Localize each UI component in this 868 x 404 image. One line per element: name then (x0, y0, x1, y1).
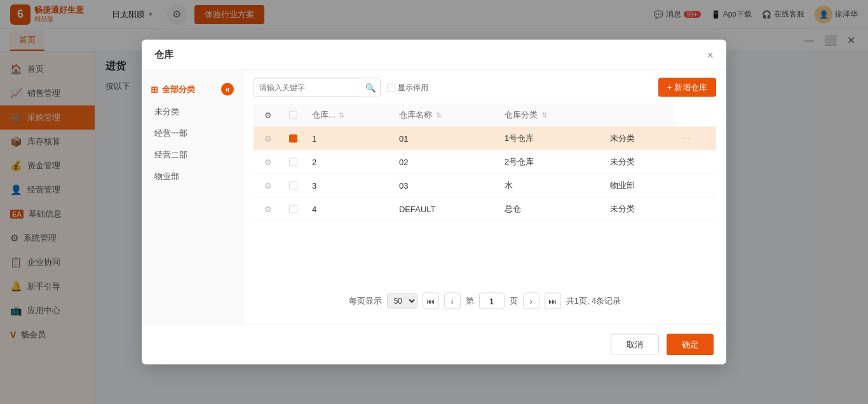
page-number-input[interactable] (479, 293, 505, 309)
modal-body: ⊞ 全部分类 « 未分类 经营一部 经营二部 物业部 🔍 (142, 71, 726, 325)
row-checkbox[interactable] (289, 158, 297, 166)
row-code-cell: 01 (393, 126, 498, 150)
row-checkbox[interactable] (289, 134, 297, 142)
row-more-cell (675, 197, 716, 220)
category-item-dept2[interactable]: 经营二部 (142, 144, 243, 166)
col-header-actions (604, 104, 675, 127)
row-code-cell: 02 (393, 150, 498, 173)
row-category-cell: 物业部 (604, 173, 675, 197)
show-disabled-checkbox[interactable] (387, 83, 395, 91)
per-page-select[interactable]: 50 (387, 293, 417, 309)
row-category-cell: 未分类 (604, 126, 675, 150)
category-collapse-button[interactable]: « (221, 83, 234, 96)
col-header-gear: ⚙ (254, 104, 283, 127)
modal-toolbar: 🔍 显示停用 + 新增仓库 (254, 78, 716, 97)
row-checkbox[interactable] (289, 181, 297, 189)
category-item-property[interactable]: 物业部 (142, 166, 243, 187)
category-sidebar: ⊞ 全部分类 « 未分类 经营一部 经营二部 物业部 (142, 71, 243, 325)
row-num-cell: 3 (306, 173, 393, 197)
confirm-button[interactable]: 确定 (667, 334, 714, 356)
col-header-category: 仓库分类 ⇅ (498, 104, 604, 127)
row-category-cell: 未分类 (604, 197, 675, 220)
gear-icon[interactable]: ⚙ (264, 133, 272, 143)
category-item-dept1[interactable]: 经营一部 (142, 123, 243, 144)
all-categories-label: 全部分类 (162, 84, 195, 95)
table-row[interactable]: ⚙ 4 DEFAULT 总仓 未分类 (254, 197, 716, 220)
gear-icon[interactable]: ⚙ (264, 157, 272, 166)
add-warehouse-button[interactable]: + 新增仓库 (658, 78, 716, 97)
show-disabled-label[interactable]: 显示停用 (387, 82, 428, 93)
row-name-cell: 2号仓库 (498, 150, 604, 173)
modal-main-panel: 🔍 显示停用 + 新增仓库 ⚙ (243, 71, 726, 325)
row-checkbox[interactable] (289, 205, 297, 213)
warehouse-modal: 仓库 × ⊞ 全部分类 « 未分类 经营一部 经营二部 物业部 (142, 40, 726, 365)
sort-icon: ⇅ (436, 111, 442, 119)
row-gear-cell: ⚙ (254, 150, 283, 173)
page-label: 第 (466, 295, 474, 307)
row-checkbox-cell (283, 197, 306, 220)
row-name-cell: 1号仓库 (498, 126, 604, 150)
row-num-cell: 4 (306, 197, 393, 220)
row-more-cell: ··· (675, 126, 716, 150)
more-button[interactable]: ··· (682, 132, 690, 143)
row-code-cell: 03 (393, 173, 498, 197)
row-checkbox-cell (283, 150, 306, 173)
gear-icon[interactable]: ⚙ (264, 204, 272, 213)
row-checkbox-cell (283, 173, 306, 197)
table-row[interactable]: ⚙ 2 02 2号仓库 未分类 (254, 150, 716, 173)
row-checkbox-cell (283, 126, 306, 150)
modal-footer: 取消 确定 (142, 325, 726, 365)
search-input[interactable] (254, 83, 361, 92)
row-gear-cell: ⚙ (254, 126, 283, 150)
row-num-cell: 2 (306, 150, 393, 173)
row-name-cell: 水 (498, 173, 604, 197)
col-header-name: 仓库名称 ⇅ (393, 104, 498, 127)
row-gear-cell: ⚙ (254, 173, 283, 197)
show-disabled-text: 显示停用 (398, 82, 428, 93)
pagination: 每页显示 50 ⏮ ‹ 第 页 › ⏭ 共1页, 4条记录 (254, 285, 716, 317)
per-page-label: 每页显示 (349, 295, 382, 307)
gear-icon[interactable]: ⚙ (264, 180, 272, 190)
row-more-cell (675, 150, 716, 173)
search-button[interactable]: 🔍 (361, 78, 380, 97)
cancel-button[interactable]: 取消 (611, 334, 659, 356)
modal-header: 仓库 × (142, 40, 726, 71)
row-code-cell: DEFAULT (393, 197, 498, 220)
search-box: 🔍 (254, 78, 381, 97)
table-row[interactable]: ⚙ 3 03 水 物业部 (254, 173, 716, 197)
category-item-unclassified[interactable]: 未分类 (142, 101, 243, 123)
gear-icon: ⚙ (264, 110, 272, 119)
first-page-button[interactable]: ⏮ (423, 293, 439, 309)
warehouse-table: ⚙ 仓库... ⇅ 仓库名称 ⇅ (254, 104, 716, 221)
row-num-cell: 1 (306, 126, 393, 150)
total-info: 共1页, 4条记录 (566, 295, 621, 307)
search-icon: 🔍 (365, 83, 376, 92)
table-container: ⚙ 仓库... ⇅ 仓库名称 ⇅ (254, 104, 716, 279)
row-name-cell: 总仓 (498, 197, 604, 220)
grid-icon: ⊞ (151, 84, 158, 95)
row-gear-cell: ⚙ (254, 197, 283, 220)
col-header-code: 仓库... ⇅ (306, 104, 393, 127)
col-header-check (283, 104, 306, 127)
row-category-cell: 未分类 (604, 150, 675, 173)
sort-icon: ⇅ (339, 111, 344, 119)
sort-icon: ⇅ (541, 111, 547, 119)
next-page-button[interactable]: › (523, 293, 539, 309)
select-all-checkbox[interactable] (289, 111, 297, 119)
table-row[interactable]: ⚙ 1 01 1号仓库 未分类 ··· (254, 126, 716, 150)
category-header: ⊞ 全部分类 « (142, 78, 243, 101)
last-page-button[interactable]: ⏭ (545, 293, 561, 309)
prev-page-button[interactable]: ‹ (444, 293, 461, 309)
page-suffix: 页 (510, 295, 518, 307)
modal-title: 仓库 (154, 49, 173, 61)
row-more-cell (675, 173, 716, 197)
modal-close-button[interactable]: × (707, 49, 714, 60)
